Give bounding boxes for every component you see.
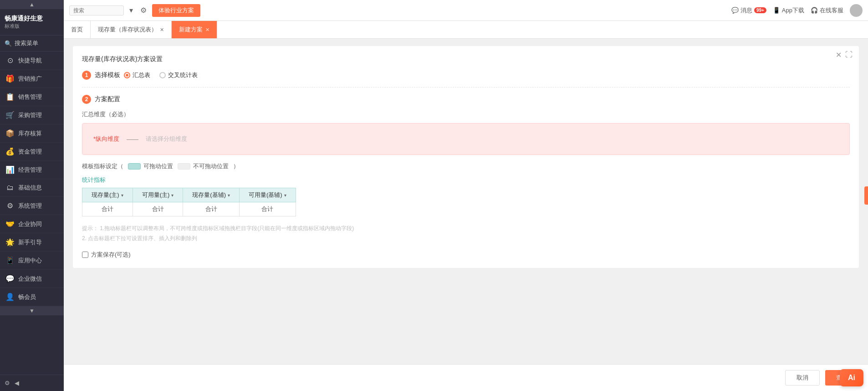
indicator-label: 模板指标设定（: [82, 162, 123, 170]
col-header-3[interactable]: 可用量(基辅) ▾: [240, 188, 296, 202]
dimension-placeholder: 请选择分组维度: [146, 135, 187, 143]
settings-icon[interactable]: ⚙: [138, 5, 148, 15]
stats-table: 现存量(主) ▾ 可用量(主) ▾ 现存量(基辅: [82, 188, 296, 216]
sidebar-item-label: 采购管理: [18, 111, 42, 119]
sidebar-item-newbie[interactable]: 🌟 新手引导: [0, 233, 64, 252]
online-service-button[interactable]: 🎧 在线客服: [811, 6, 843, 15]
sidebar-item-label: 企业协同: [18, 220, 42, 228]
dimension-separator: ——: [127, 136, 138, 143]
appcenter-icon: 📱: [5, 256, 15, 265]
radio-summary-circle: [124, 72, 130, 78]
main-area: ▾ ⚙ 体验行业方案 💬 消息 99+ 📱 App下载 🎧 在线客服 首页: [64, 0, 868, 391]
save-option: 方案保存(可选): [82, 251, 850, 259]
sidebar-item-marketing[interactable]: 🎁 营销推广: [0, 70, 64, 88]
tab-new-plan-close[interactable]: ✕: [205, 27, 209, 33]
summary-dimension-label: 汇总维度（必选）: [82, 110, 850, 118]
wechat-icon: 💬: [5, 274, 15, 283]
app-download-button[interactable]: 📱 App下载: [773, 6, 804, 15]
step2-number: 2: [82, 95, 91, 104]
ai-button[interactable]: Ai: [840, 369, 863, 386]
sidebar-item-sales[interactable]: 📋 销售管理: [0, 88, 64, 106]
sidebar-item-inventory[interactable]: 📦 库存核算: [0, 124, 64, 143]
sidebar-item-label: 系统管理: [18, 202, 42, 210]
indicator-fixed-legend: 不可拖动位置: [178, 162, 229, 170]
right-scroll-indicator[interactable]: [864, 186, 868, 205]
sidebar-item-label: 销售管理: [18, 93, 42, 101]
sidebar: ▲ 畅康通好生意 标准版 🔍 搜索菜单 ⊙ 快捷导航 🎁 营销推广 📋 销售管理…: [0, 0, 64, 391]
sidebar-item-finance[interactable]: 💰 资金管理: [0, 143, 64, 161]
chevron-down-icon[interactable]: ▾: [128, 5, 135, 15]
col-header-2[interactable]: 现存量(基辅) ▾: [183, 188, 240, 202]
close-panel-button[interactable]: ✕: [836, 51, 842, 59]
footer-toggle-icon[interactable]: ◀: [15, 380, 19, 386]
movable-label: 可拖动位置: [143, 162, 173, 170]
sidebar-item-shortcut[interactable]: ⊙ 快捷导航: [0, 51, 64, 70]
dimension-area[interactable]: *纵向维度 —— 请选择分组维度: [82, 123, 850, 155]
col-summary-3: 合计: [240, 202, 296, 216]
messages-button[interactable]: 💬 消息 99+: [731, 6, 766, 15]
sidebar-search-label: 搜索菜单: [15, 39, 38, 47]
messages-badge: 99+: [754, 7, 766, 13]
trial-button[interactable]: 体验行业方案: [152, 4, 200, 17]
table-row: 合计 合计 合计 合计: [82, 202, 296, 216]
col-header-1[interactable]: 可用量(主) ▾: [133, 188, 183, 202]
sidebar-item-basic[interactable]: 🗂 基础信息: [0, 179, 64, 197]
fixed-label: 不可拖动位置: [193, 162, 229, 170]
col-dropdown-2[interactable]: ▾: [228, 193, 230, 198]
newbie-icon: 🌟: [5, 238, 15, 247]
member-icon: 👤: [5, 293, 15, 301]
enterprise-icon: 🤝: [5, 220, 15, 228]
settings-panel: ✕ ⛶ 现存量(库存状况表)方案设置 1 选择模板 汇总表 交叉统计表: [73, 46, 859, 268]
panel-actions: ✕ ⛶: [836, 51, 853, 59]
sidebar-item-appcenter[interactable]: 📱 应用中心: [0, 252, 64, 270]
sidebar-item-wechat[interactable]: 💬 企业微信: [0, 270, 64, 288]
hint-area: 提示： 1.拖动标题栏可以调整布局，不可跨维度或指标区域拖拽栏目字段(只能在同一…: [82, 224, 850, 243]
sidebar-scroll-down[interactable]: ▼: [0, 306, 64, 315]
hint-2: 2. 点击标题栏下拉可设置排序、插入列和删除列: [82, 234, 850, 244]
sidebar-scroll-up[interactable]: ▲: [0, 0, 64, 9]
radio-cross[interactable]: 交叉统计表: [159, 71, 198, 79]
app-name: 畅康通好生意: [5, 15, 59, 23]
tabbar: 首页 现存量（库存状况表） ✕ 新建方案 ✕: [64, 21, 868, 39]
tab-home[interactable]: 首页: [64, 21, 91, 38]
sidebar-item-search[interactable]: 🔍 搜索菜单: [0, 36, 64, 51]
operation-icon: 📊: [5, 165, 15, 174]
sidebar-item-operation[interactable]: 📊 经营管理: [0, 161, 64, 179]
tab-inventory-close[interactable]: ✕: [160, 27, 164, 33]
sidebar-item-label: 快捷导航: [18, 57, 42, 65]
movable-legend-box: [128, 163, 141, 170]
col-header-0[interactable]: 现存量(主) ▾: [82, 188, 133, 202]
sidebar-item-label: 畅会员: [18, 293, 36, 301]
topbar-right: 💬 消息 99+ 📱 App下载 🎧 在线客服: [731, 4, 863, 17]
col-dropdown-1[interactable]: ▾: [171, 193, 174, 198]
system-icon: ⚙: [5, 201, 15, 210]
template-radio-group: 汇总表 交叉统计表: [124, 71, 198, 79]
dimension-required: *纵向维度: [93, 135, 119, 143]
marketing-icon: 🎁: [5, 74, 15, 83]
messages-label: 消息: [740, 6, 752, 15]
sidebar-item-label: 新手引导: [18, 238, 42, 247]
step2-header: 2 方案配置: [82, 95, 850, 104]
sidebar-item-label: 基础信息: [18, 184, 42, 192]
sidebar-item-member[interactable]: 👤 畅会员: [0, 288, 64, 306]
avatar[interactable]: [850, 4, 863, 17]
radio-summary[interactable]: 汇总表: [124, 71, 150, 79]
sidebar-item-enterprise[interactable]: 🤝 企业协同: [0, 215, 64, 233]
cancel-button[interactable]: 取消: [785, 370, 820, 386]
footer-settings-icon[interactable]: ⚙: [5, 380, 10, 386]
topbar-left: ▾ ⚙ 体验行业方案: [69, 4, 727, 17]
col-summary-0: 合计: [82, 202, 133, 216]
col-dropdown-3[interactable]: ▾: [284, 193, 286, 198]
sidebar-item-label: 资金管理: [18, 148, 42, 156]
panel-title: 现存量(库存状况表)方案设置: [82, 55, 850, 63]
col-dropdown-0[interactable]: ▾: [121, 193, 123, 198]
save-checkbox[interactable]: [82, 252, 88, 258]
sidebar-item-purchase[interactable]: 🛒 采购管理: [0, 106, 64, 124]
online-service-label: 在线客服: [820, 6, 843, 15]
indicator-settings: 模板指标设定（ 可拖动位置 不可拖动位置 ）: [82, 162, 850, 170]
search-input[interactable]: [69, 5, 124, 15]
sidebar-item-system[interactable]: ⚙ 系统管理: [0, 197, 64, 215]
tab-inventory-status[interactable]: 现存量（库存状况表） ✕: [91, 21, 172, 38]
expand-panel-button[interactable]: ⛶: [845, 51, 853, 59]
tab-new-plan[interactable]: 新建方案 ✕: [172, 21, 217, 38]
